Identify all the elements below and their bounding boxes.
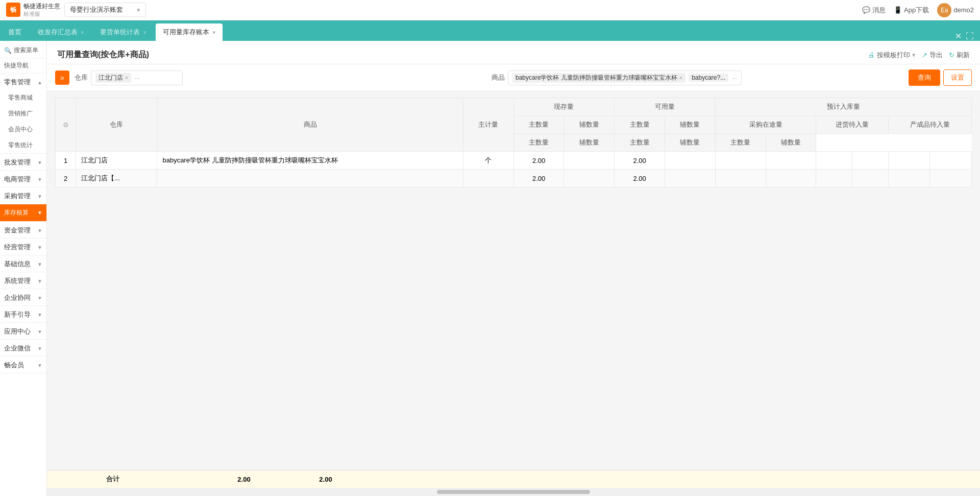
th-warehouse: 仓库 [76,98,157,152]
sidebar-item-mall[interactable]: 零售商城 [0,90,46,106]
chevron-down-icon-biz: ▼ [37,245,42,250]
sidebar-group-inventory: 库存核算 ▼ [0,204,46,222]
cell-incoming-aux [852,152,889,170]
cell-purchase-main [715,152,766,170]
sidebar-group-finance: 资金管理 ▼ [0,222,46,239]
sidebar-item-retail-stats[interactable]: 零售统计 [0,137,46,153]
sidebar-group-wholesale: 批发管理 ▼ [0,154,46,171]
footer-avail-main: 2.00 [305,476,346,483]
top-bar-right: 💬 消息 📱 App下载 Ea demo2 [862,3,974,17]
filter-area: » 仓库 江北门店 × ··· 商品 babycare学饮杯 儿童防摔防撞吸管杯… [47,64,980,91]
filter-actions: 查询 设置 [909,69,972,86]
sidebar-search[interactable]: 🔍 搜索菜单 [0,41,46,58]
print-icon: 🖨 [868,51,875,59]
sidebar-group-header-purchase[interactable]: 采购管理 ▼ [0,187,46,204]
th-forecast-group: 预计入库量 [715,98,971,116]
expand-filter-btn[interactable]: » [55,70,69,85]
tab-close-inventory[interactable]: × [212,29,215,35]
cell-seq: 2 [56,170,76,187]
page-header: 可用量查询(按仓库+商品) 🖨 按模板打印 ▾ ↗ 导出 ↻ 刷新 [47,41,980,64]
cell-incoming-main [816,152,852,170]
sidebar-group-header-basic[interactable]: 基础信息 ▼ [0,255,46,272]
export-btn[interactable]: ↗ 导出 [922,51,943,60]
cell-unit: 个 [463,152,513,170]
cell-incoming-aux [852,170,889,187]
sidebar-group-header-vip[interactable]: 畅会员 ▼ [0,357,46,373]
gear-icon[interactable]: ⚙ [63,121,69,129]
chevron-down-icon-print: ▾ [912,51,916,59]
sidebar-item-marketing[interactable]: 营销推广 [0,106,46,122]
chevron-down-icon-ecom: ▼ [37,177,42,182]
message-icon: 💬 [862,6,870,14]
table-row: 1 江北门店 babycare学饮杯 儿童防摔防撞吸管杯重力球吸嘴杯宝宝水杯 个… [56,152,972,170]
chevron-down-icon-purchase: ▼ [37,194,42,199]
warehouse-tag-close[interactable]: × [125,75,128,81]
tab-close-summary[interactable]: × [81,29,84,35]
top-bar-left: 畅 畅捷通好生意 标准版 母婴行业演示账套 ▾ [6,3,146,18]
filter-group-warehouse: 仓库 江北门店 × ··· [75,70,486,85]
th-stock-group: 现存量 [513,98,615,116]
product-label: 商品 [492,73,505,82]
page-actions: 🖨 按模板打印 ▾ ↗ 导出 ↻ 刷新 [868,51,970,60]
th-gear: ⚙ [56,98,76,152]
tab-bar-right: ✕ ⛶ [955,31,980,41]
app-download-btn[interactable]: 📱 App下载 [894,6,929,15]
sidebar-quick-nav[interactable]: 快捷导航 [0,58,46,74]
th-stock-aux: 辅数量 [564,116,615,134]
warehouse-input[interactable]: 江北门店 × ··· [91,70,183,85]
sidebar-group-header-guide[interactable]: 新手引导 ▼ [0,306,46,322]
print-btn[interactable]: 🖨 按模板打印 ▾ [868,51,916,60]
scroll-thumb[interactable] [437,490,590,494]
avatar: Ea [937,3,951,17]
data-table: ⚙ 仓库 商品 主计量 现存量 [55,98,972,187]
footer-stock-main: 2.00 [224,476,264,483]
message-btn[interactable]: 💬 消息 [862,6,886,15]
sidebar-group-header-appstore[interactable]: 应用中心 ▼ [0,323,46,339]
tab-inventory[interactable]: 可用量库存账本 × [156,23,223,41]
sidebar-group-header-ecom[interactable]: 电商管理 ▼ [0,171,46,187]
cell-production-aux [930,152,972,170]
sidebar-group-header-biz[interactable]: 经营管理 ▼ [0,239,46,255]
sidebar-group-guide: 新手引导 ▼ [0,306,46,323]
tab-close-order-stats[interactable]: × [143,29,146,35]
th-incoming-group: 进货待入量 [816,116,889,134]
chevron-up-icon: ▲ [37,80,42,85]
cell-unit [463,170,513,187]
user-avatar-area[interactable]: Ea demo2 [937,3,974,17]
cell-warehouse: 江北门店 [76,152,157,170]
table-row: 2 江北门店【... 2.00 2.00 [56,170,972,187]
sidebar-group-header-retail[interactable]: 零售管理 ▲ [0,74,46,90]
sidebar-group-header-wholesale[interactable]: 批发管理 ▼ [0,154,46,170]
sidebar-group-header-wechat[interactable]: 企业微信 ▼ [0,340,46,356]
tab-order-stats[interactable]: 要货单统计表 × [93,23,153,41]
table-footer: 合计 2.00 2.00 [47,469,980,488]
sidebar-group-appstore: 应用中心 ▼ [0,323,46,340]
th-product: 商品 [157,98,463,152]
cell-stock-main: 2.00 [513,152,564,170]
th-purchase-group: 采购在途量 [715,116,816,134]
search-icon: 🔍 [4,47,12,54]
tab-fullscreen-btn[interactable]: ⛶ [966,32,974,41]
product-tag1-close[interactable]: × [679,75,682,81]
refresh-btn[interactable]: ↻ 刷新 [949,51,970,60]
tab-close-all-btn[interactable]: ✕ [955,31,962,41]
sidebar-item-member[interactable]: 会员中心 [0,122,46,137]
sidebar-group-retail: 零售管理 ▲ 零售商城 营销推广 会员中心 零售统计 [0,74,46,154]
th-avail-aux: 辅数量 [665,116,716,134]
industry-selector[interactable]: 母婴行业演示账套 ▾ [64,3,146,17]
query-button[interactable]: 查询 [909,69,940,86]
sidebar-group-header-finance[interactable]: 资金管理 ▼ [0,222,46,238]
tab-home[interactable]: 首页 [1,23,29,41]
chevron-down-icon-wholesale: ▼ [37,160,42,166]
tab-summary[interactable]: 收发存汇总表 × [31,23,91,41]
cell-stock-aux [564,152,615,170]
product-tag2: babycare?... [689,74,728,82]
sidebar-group-wechat: 企业微信 ▼ [0,340,46,357]
sidebar-group-header-inventory[interactable]: 库存核算 ▼ [0,204,46,221]
sidebar-group-header-collab[interactable]: 企业协同 ▼ [0,289,46,305]
cell-purchase-aux [766,152,816,170]
product-input[interactable]: babycare学饮杯 儿童防摔防撞吸管杯重力球吸嘴杯宝宝水杯 × babyca… [508,70,742,85]
sidebar-group-header-sys[interactable]: 系统管理 ▼ [0,272,46,289]
th-purchase-aux: 辅数量 [564,134,615,152]
settings-button[interactable]: 设置 [943,69,972,86]
